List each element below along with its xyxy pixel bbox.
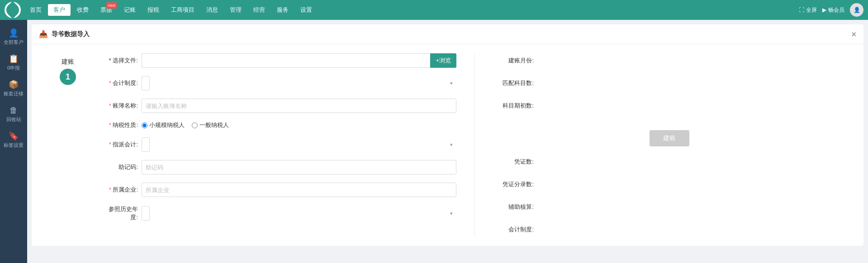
- memo-label: 助记码:: [104, 163, 138, 171]
- nav-operations[interactable]: 经营: [248, 4, 270, 16]
- match-row: 匹配科目数:: [493, 76, 845, 90]
- voucher-label: 凭证数:: [493, 158, 534, 166]
- sidebar-item-declaration[interactable]: 📋 0申报: [0, 50, 27, 76]
- close-button[interactable]: ×: [851, 30, 856, 39]
- nav-invoices[interactable]: 票据 new: [95, 4, 118, 16]
- build-btn-row: 建账: [493, 121, 845, 146]
- nav-commerce[interactable]: 工商项目: [166, 4, 200, 16]
- avatar[interactable]: 👤: [850, 3, 863, 17]
- match-value: [537, 76, 845, 90]
- nav-management[interactable]: 管理: [224, 4, 247, 16]
- sidebar-item-recycle-bin[interactable]: 🗑 回收站: [0, 102, 27, 127]
- company-row: 所属企业:: [104, 183, 456, 197]
- sidebar: 👤 全部客户 📋 0申报 📦 账套迁移 🗑 回收站 🔖 标签设置: [0, 20, 27, 263]
- browse-button[interactable]: +浏览: [430, 53, 456, 68]
- match-label: 匹配科目数:: [493, 79, 534, 87]
- company-label: 所属企业:: [104, 186, 138, 194]
- memo-input[interactable]: [142, 160, 456, 174]
- history-label: 参照历史年度:: [104, 205, 138, 221]
- app-logo[interactable]: [5, 2, 21, 18]
- tax-radio-group: 小规模纳税人 一般纳税人: [142, 121, 229, 129]
- step-circle: 1: [60, 69, 76, 85]
- auxiliary-value: [537, 200, 845, 214]
- accountant-row: 指派会计:: [104, 137, 456, 152]
- content-area: 📥 导爷数据导入 × 建账 1 * 选择文件:: [27, 20, 868, 263]
- small-taxpayer-input[interactable]: [142, 122, 147, 128]
- user-icon: 👤: [854, 7, 860, 13]
- nav-tax[interactable]: 报税: [142, 4, 165, 16]
- recycle-bin-icon: 🗑: [9, 106, 18, 114]
- ledger-input[interactable]: [142, 99, 456, 113]
- general-taxpayer-radio[interactable]: 一般纳税人: [192, 121, 229, 129]
- history-select-wrapper: [142, 206, 456, 221]
- general-taxpayer-input[interactable]: [192, 122, 198, 128]
- right-form: 建账月份: 匹配科目数: 科目期初数: 建账: [493, 53, 845, 237]
- accountant-select-wrapper: [142, 137, 456, 152]
- sidebar-item-all-clients[interactable]: 👤 全部客户: [0, 24, 27, 50]
- file-row: * 选择文件: +浏览: [104, 53, 456, 68]
- accounting-select[interactable]: [142, 76, 150, 90]
- ledger-row: 账簿名称:: [104, 99, 456, 113]
- initial-value: [537, 99, 845, 113]
- import-panel: 📥 导爷数据导入 × 建账 1 * 选择文件:: [32, 24, 863, 246]
- nav-messages[interactable]: 消息: [201, 4, 223, 16]
- accounting-label: 会计制度:: [104, 79, 138, 87]
- memo-row: 助记码:: [104, 160, 456, 174]
- step-section: 建账 1: [50, 53, 86, 237]
- month-value: [537, 53, 845, 68]
- fullscreen-button[interactable]: ⛶ 全屏: [799, 6, 817, 14]
- step-label: 建账: [62, 58, 74, 66]
- nav-items: 首页 客户 收费 票据 new 记账 报税 工商项目 消息 管理 经营 服务 设…: [24, 4, 799, 16]
- voucher-entries-row: 凭证分录数:: [493, 177, 845, 192]
- ledger-label: 账簿名称:: [104, 102, 138, 110]
- company-input[interactable]: [142, 183, 456, 197]
- vertical-divider: [474, 53, 475, 237]
- new-badge: new: [106, 2, 117, 9]
- left-form: * 选择文件: +浏览 会计制度:: [104, 53, 456, 237]
- logo-leaf-icon: [5, 2, 21, 18]
- nav-right-area: ⛶ 全屏 ▶ 畅会员 👤: [799, 3, 863, 17]
- nav-customers[interactable]: 客户: [48, 4, 71, 16]
- play-icon: ▶: [822, 7, 826, 13]
- account-migration-icon: 📦: [9, 80, 19, 89]
- accountant-label: 指派会计:: [104, 141, 138, 149]
- nav-billing[interactable]: 收费: [71, 4, 94, 16]
- general-taxpayer-label: 一般纳税人: [199, 121, 229, 129]
- month-row: 建账月份:: [493, 53, 845, 68]
- accounting-select-wrapper: [142, 76, 456, 90]
- sidebar-item-label-settings[interactable]: 🔖 标签设置: [0, 127, 27, 153]
- history-row: 参照历史年度:: [104, 205, 456, 221]
- history-select[interactable]: [142, 206, 150, 221]
- nav-bookkeeping[interactable]: 记账: [119, 4, 141, 16]
- accounting-system-row: 会计制度:: [493, 222, 845, 237]
- accounting-system-label: 会计制度:: [493, 225, 534, 234]
- accounting-system-value: [537, 222, 845, 237]
- small-taxpayer-label: 小规模纳税人: [149, 121, 185, 129]
- vip-button[interactable]: ▶ 畅会员: [822, 6, 844, 14]
- small-taxpayer-radio[interactable]: 小规模纳税人: [142, 121, 185, 129]
- voucher-value: [537, 155, 845, 169]
- file-label: * 选择文件:: [104, 56, 138, 65]
- main-layout: 👤 全部客户 📋 0申报 📦 账套迁移 🗑 回收站 🔖 标签设置 📥 导爷数据导…: [0, 20, 868, 263]
- nav-services[interactable]: 服务: [271, 4, 294, 16]
- declaration-icon: 📋: [9, 55, 19, 63]
- fullscreen-icon: ⛶: [799, 7, 804, 13]
- build-account-button[interactable]: 建账: [650, 130, 689, 146]
- panel-title: 导爷数据导入: [52, 30, 90, 38]
- tax-type-row: 纳税性质: 小规模纳税人 一般纳税人: [104, 121, 456, 129]
- accounting-row: 会计制度:: [104, 76, 456, 90]
- auxiliary-label: 辅助核算:: [493, 203, 534, 211]
- form-container: 建账 1 * 选择文件: +浏览 会计制度:: [32, 44, 863, 246]
- nav-home[interactable]: 首页: [24, 4, 47, 16]
- sidebar-item-account-migration[interactable]: 📦 账套迁移: [0, 76, 27, 102]
- file-input[interactable]: [142, 53, 430, 68]
- initial-row: 科目期初数:: [493, 99, 845, 113]
- initial-label: 科目期初数:: [493, 102, 534, 110]
- nav-settings[interactable]: 设置: [295, 4, 318, 16]
- voucher-entries-value: [537, 177, 845, 192]
- auxiliary-row: 辅助核算:: [493, 200, 845, 214]
- tax-label: 纳税性质:: [104, 121, 138, 129]
- month-label: 建账月份:: [493, 56, 534, 65]
- accountant-select[interactable]: [142, 137, 150, 152]
- all-clients-icon: 👤: [9, 29, 19, 37]
